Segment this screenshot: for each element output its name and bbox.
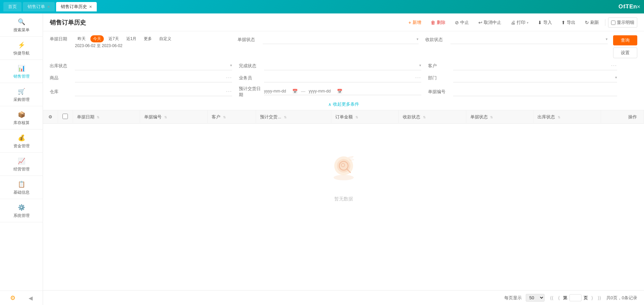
col-customer[interactable]: 客户 ⇅ bbox=[207, 110, 256, 124]
tab-home[interactable]: 首页 bbox=[3, 2, 22, 11]
settings-button[interactable]: 设置 bbox=[613, 47, 637, 58]
sidebar-item-finance[interactable]: 💰 资金管理 bbox=[0, 129, 43, 153]
operations-icon: 📈 bbox=[18, 157, 25, 165]
print-label: 打印 bbox=[517, 20, 525, 26]
query-button[interactable]: 查询 bbox=[613, 35, 637, 45]
customer-label: 客户 bbox=[428, 63, 453, 69]
tab-sales-order[interactable]: 销售订单 ✕ bbox=[23, 2, 55, 11]
col-action-label: 操作 bbox=[628, 114, 637, 119]
brand-logo: OfTEn bbox=[618, 3, 637, 10]
sidebar-label-basic-info: 基础信息 bbox=[13, 190, 30, 195]
display-toggle-label: 显示明细 bbox=[617, 20, 634, 26]
date-tab-today[interactable]: 今天 bbox=[90, 35, 104, 42]
col-settings[interactable]: ⚙ bbox=[43, 110, 58, 124]
system-mgmt-icon: ⚙️ bbox=[18, 204, 25, 211]
tab-sales-order-close[interactable]: ✕ bbox=[47, 5, 50, 9]
display-toggle-checkbox[interactable] bbox=[611, 21, 615, 25]
date-tab-7days[interactable]: 近7天 bbox=[106, 35, 122, 42]
col-order-amount[interactable]: 订单金额 ⇅ bbox=[331, 110, 399, 124]
col-doc-number[interactable]: 单据编号 ⇅ bbox=[140, 110, 208, 124]
page-unit: 页 bbox=[584, 295, 588, 301]
col-customer-sort: ⇅ bbox=[223, 115, 226, 119]
col-doc-date-label: 单据日期 bbox=[77, 114, 94, 119]
display-toggle[interactable]: 显示明细 bbox=[608, 17, 637, 28]
export-button[interactable]: ⬆ 导出 bbox=[558, 18, 579, 27]
cancel-stop-button[interactable]: ↩ 取消中止 bbox=[475, 18, 505, 27]
expected-date-label: 预计交货日期 bbox=[239, 86, 264, 98]
col-customer-label: 客户 bbox=[212, 114, 220, 119]
sales-mgmt-icon: 📊 bbox=[18, 65, 25, 72]
sidebar-item-sales-mgmt[interactable]: 📊 销售管理 bbox=[0, 60, 43, 83]
tab-sales-order-history-close[interactable]: ✕ bbox=[89, 5, 92, 9]
toolbar: + 新增 🗑 删除 ⊘ 中止 ↩ 取消中止 🖨 打印 bbox=[405, 17, 637, 28]
svg-line-6 bbox=[349, 157, 353, 157]
col-out-status-sort: ⇅ bbox=[558, 115, 560, 119]
tab-bar: 首页 销售订单 ✕ 销售订单历史 ✕ bbox=[3, 2, 624, 11]
expected-date-to[interactable] bbox=[309, 89, 336, 93]
col-receipt-status-label: 收款状态 bbox=[403, 114, 420, 119]
tab-sales-order-history[interactable]: 销售订单历史 ✕ bbox=[56, 2, 97, 11]
date-tab-1month[interactable]: 近1月 bbox=[124, 35, 139, 42]
col-out-status[interactable]: 出库状态 ⇅ bbox=[533, 110, 601, 124]
tab-sales-order-history-label: 销售订单历史 bbox=[61, 4, 87, 10]
sidebar-item-search-menu[interactable]: 🔍 搜索菜单 bbox=[0, 13, 43, 37]
col-doc-status-label: 单据状态 bbox=[470, 114, 488, 119]
sidebar-item-operations[interactable]: 📈 经营管理 bbox=[0, 153, 43, 176]
delete-icon: 🗑 bbox=[431, 20, 435, 25]
salesperson-label: 业务员 bbox=[239, 75, 264, 81]
refresh-button[interactable]: ↻ 刷新 bbox=[582, 18, 602, 27]
sidebar-item-system-mgmt[interactable]: ⚙️ 系统管理 bbox=[0, 199, 43, 222]
col-doc-number-label: 单据编号 bbox=[144, 114, 162, 119]
sidebar-item-purchase-mgmt[interactable]: 🛒 采购管理 bbox=[0, 83, 43, 106]
col-checkbox[interactable] bbox=[58, 110, 73, 124]
last-page-button[interactable]: ⟩⟩ bbox=[596, 295, 602, 301]
pagination-bar: 每页显示 10 20 50 100 ⟨⟨ ⟨ 第 1 页 ⟩ ⟩⟩ 共0页，0条… bbox=[43, 290, 644, 305]
print-button[interactable]: 🖨 打印 ▾ bbox=[507, 18, 532, 27]
print-arrow-icon: ▾ bbox=[527, 21, 528, 25]
per-page-select[interactable]: 10 20 50 100 bbox=[526, 294, 545, 302]
sidebar-item-inventory[interactable]: 📦 库存核算 bbox=[0, 106, 43, 129]
col-expected-delivery[interactable]: 预计交货... ⇅ bbox=[256, 110, 331, 124]
prev-page-button[interactable]: ⟨ bbox=[557, 295, 561, 301]
date-tab-more[interactable]: 更多 bbox=[141, 35, 155, 42]
salesperson-dots: ··· bbox=[415, 75, 421, 80]
doc-number-input[interactable] bbox=[453, 89, 617, 93]
page-label: 第 bbox=[563, 295, 567, 301]
date-tab-custom[interactable]: 自定义 bbox=[157, 35, 174, 42]
export-label: 导出 bbox=[567, 20, 575, 26]
select-all-checkbox[interactable] bbox=[62, 114, 68, 119]
import-button[interactable]: ⬇ 导入 bbox=[534, 18, 555, 27]
total-info: 共0页，0条记录 bbox=[606, 295, 637, 301]
sidebar-label-search-menu: 搜索菜单 bbox=[13, 27, 30, 33]
cancel-stop-icon: ↩ bbox=[478, 20, 482, 25]
page-number-input[interactable]: 1 bbox=[569, 294, 582, 301]
collapse-filter-row[interactable]: ∧ 收起更多条件 bbox=[50, 101, 637, 107]
toolbar-divider bbox=[605, 19, 605, 26]
new-icon: + bbox=[409, 20, 411, 25]
import-icon: ⬇ bbox=[538, 20, 542, 25]
sidebar-label-sales-mgmt: 销售管理 bbox=[13, 74, 30, 79]
table-area: ⚙ 单据日期 ⇅ 单据编号 ⇅ bbox=[43, 110, 644, 290]
collapse-label: 收起更多条件 bbox=[333, 101, 359, 107]
delete-button[interactable]: 🗑 删除 bbox=[427, 18, 449, 27]
next-page-button[interactable]: ⟩ bbox=[590, 295, 594, 301]
calendar-to-icon[interactable]: 📅 bbox=[337, 89, 342, 94]
settings-bottom-icon[interactable]: ⚙ bbox=[10, 294, 15, 302]
stop-button[interactable]: ⊘ 中止 bbox=[452, 18, 472, 27]
date-tab-yesterday[interactable]: 昨天 bbox=[75, 35, 88, 42]
col-out-status-label: 出库状态 bbox=[538, 114, 555, 119]
sidebar-label-system-mgmt: 系统管理 bbox=[13, 213, 30, 219]
first-page-button[interactable]: ⟨⟨ bbox=[549, 295, 555, 301]
date-dash: — bbox=[301, 89, 305, 94]
col-doc-date-sort: ⇅ bbox=[97, 115, 99, 119]
new-button[interactable]: + 新增 bbox=[405, 18, 425, 27]
expected-date-from[interactable] bbox=[264, 89, 291, 93]
sidebar-item-basic-info[interactable]: 📋 基础信息 bbox=[0, 176, 43, 199]
sidebar-item-quick-nav[interactable]: ⚡ 快捷导航 bbox=[0, 37, 43, 60]
collapse-sidebar-icon[interactable]: ◀ bbox=[29, 295, 33, 301]
doc-number-label: 单据编号 bbox=[428, 89, 453, 95]
col-doc-status[interactable]: 单据状态 ⇅ bbox=[466, 110, 533, 124]
col-receipt-status[interactable]: 收款状态 ⇅ bbox=[399, 110, 466, 124]
calendar-from-icon[interactable]: 📅 bbox=[292, 89, 298, 94]
col-doc-date[interactable]: 单据日期 ⇅ bbox=[73, 110, 140, 124]
